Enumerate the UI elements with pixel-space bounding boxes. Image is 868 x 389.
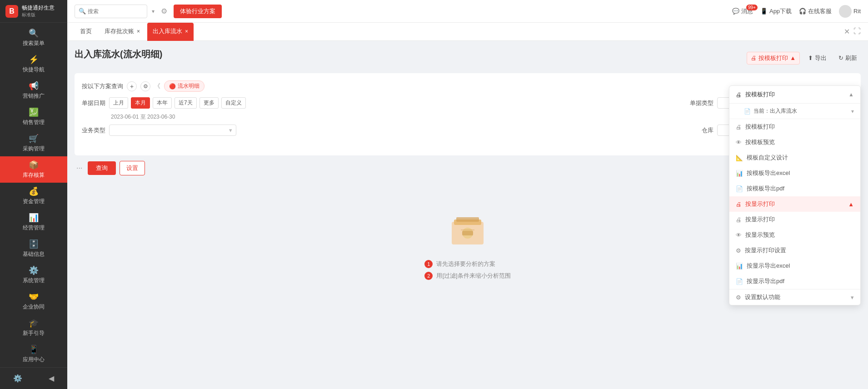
expand-tab-icon[interactable]: ⛶ (853, 27, 861, 36)
biz-type-select[interactable]: ▾ (109, 125, 236, 136)
empty-hint-2: 2 用[过滤]条件来缩小分析范围 (424, 270, 510, 282)
online-service-btn[interactable]: 🎧 在线客服 (799, 7, 832, 15)
biz-type-field: 业务类型 ▾ (82, 125, 236, 136)
sidebar-item-guide[interactable]: 🎓 新手引导 (0, 314, 67, 341)
industry-btn[interactable]: 体验行业方案 (174, 5, 222, 18)
active-filter-tag[interactable]: 🔴 流水明细 (164, 80, 205, 92)
query-btn[interactable]: 查询 (88, 161, 116, 175)
sidebar-item-appcenter[interactable]: 📱 应用中心 (0, 341, 67, 367)
dropdown-item-template-print[interactable]: 🖨 按模板打印 (729, 119, 860, 135)
page-header-right: 🖨 按模板打印 ▲ ⬆ 导出 ↻ 刷新 (747, 52, 861, 65)
settings-btn[interactable]: 设置 (120, 161, 145, 175)
display-section-left: 🖨 按显示打印 (736, 200, 775, 208)
sales-icon: 💹 (29, 107, 39, 117)
filter-collapse-icon[interactable]: 《 (154, 82, 160, 90)
footer-chevron-icon: ▾ (851, 294, 854, 301)
dropdown-section-display[interactable]: 🖨 按显示打印 ▲ (729, 196, 860, 212)
sidebar-item-purchase[interactable]: 🛒 采购管理 (0, 130, 67, 156)
dropdown-item-display-export-pdf[interactable]: 📄 按显示导出pdf (729, 274, 860, 289)
sidebar: B 畅捷通好生意 标准版 🔍 搜索菜单 ⚡ 快捷导航 📢 营销推广 💹 销售管理… (0, 0, 67, 389)
sidebar-item-basic[interactable]: 🗄️ 基础信息 (0, 235, 67, 262)
topbar-gear-icon[interactable]: ⚙ (161, 7, 167, 15)
sidebar-item-marketing[interactable]: 📢 营销推广 (0, 77, 67, 104)
refresh-btn[interactable]: ↻ 刷新 (835, 52, 861, 64)
date-btn-custom[interactable]: 自定义 (221, 97, 246, 109)
sidebar-item-shortcut[interactable]: ⚡ 快捷导航 (0, 51, 67, 77)
marketing-icon: 📢 (29, 81, 39, 91)
dropdown-item-template-custom[interactable]: 📐 模板自定义设计 (729, 150, 860, 165)
refresh-icon: ↻ (838, 55, 843, 61)
template-print-btn[interactable]: 🖨 按模板打印 ▲ (747, 52, 800, 65)
printer-icon: 🖨 (751, 55, 757, 61)
dropdown-item-template-export-excel[interactable]: 📊 按模板导出excel (729, 165, 860, 181)
home-tab-label: 首页 (80, 27, 92, 35)
tab-batch[interactable]: 库存批次账 × (99, 23, 145, 41)
close-all-tabs-icon[interactable]: ✕ (844, 27, 850, 36)
sidebar-item-search[interactable]: 🔍 搜索菜单 (0, 25, 67, 51)
dropdown-item-display-export-excel[interactable]: 📊 按显示导出excel (729, 258, 860, 274)
filter-settings-btn[interactable]: ⚙ (140, 81, 150, 91)
sidebar-item-operation[interactable]: 📊 经营管理 (0, 209, 67, 235)
topbar-search-box[interactable]: 🔍 (75, 5, 147, 18)
appcenter-icon: 📱 (29, 344, 39, 354)
shortcut-icon: ⚡ (29, 55, 39, 65)
dropdown-header-left: 🖨 按模板打印 (736, 90, 775, 99)
date-btn-this-month[interactable]: 本月 (131, 97, 150, 109)
avatar-img (839, 5, 852, 18)
dropdown-header-right: ▲ (848, 91, 854, 98)
date-btn-last-month[interactable]: 上月 (109, 97, 128, 109)
date-btn-7days[interactable]: 近7天 (175, 97, 197, 109)
date-btn-more[interactable]: 更多 (200, 97, 219, 109)
cooperation-icon: 🤝 (29, 292, 39, 302)
search-input[interactable] (88, 8, 143, 15)
dropdown-item-template-export-pdf[interactable]: 📄 按模板导出pdf (729, 181, 860, 196)
tab-home[interactable]: 首页 (75, 23, 97, 41)
svg-rect-2 (456, 217, 479, 222)
topbar-chevron-icon[interactable]: ▾ (152, 8, 155, 15)
template-excel-icon: 📊 (736, 170, 743, 177)
headset-icon: 🎧 (799, 8, 806, 15)
display-pdf-icon: 📄 (736, 278, 743, 285)
date-filter-label: 单据日期 (82, 99, 105, 107)
more-options-btn[interactable]: ··· (75, 164, 84, 172)
export-btn[interactable]: ⬆ 导出 (804, 52, 830, 64)
date-btn-this-year[interactable]: 本年 (153, 97, 172, 109)
system-icon: ⚙️ (29, 265, 39, 275)
current-sub-chevron-icon: ▾ (851, 108, 854, 115)
flow-tab-close-icon[interactable]: × (185, 28, 188, 35)
purchase-icon: 🛒 (29, 134, 39, 144)
dropdown-printer-icon: 🖨 (736, 91, 742, 98)
tab-flow[interactable]: 出入库流水 × (147, 23, 194, 41)
dropdown-footer[interactable]: ⚙ 设置默认功能 ▾ (729, 289, 860, 305)
app-download-btn[interactable]: 📱 App下载 (760, 7, 792, 15)
batch-tab-label: 库存批次账 (105, 27, 134, 35)
dropdown-item-display-preview[interactable]: 👁 按显示预览 (729, 227, 860, 243)
sidebar-item-cooperation[interactable]: 🤝 企业协同 (0, 288, 67, 314)
dropdown-current-sub[interactable]: 📄 当前：出入库流水 ▾ (729, 104, 860, 119)
dropdown-header[interactable]: 🖨 按模板打印 ▲ (729, 86, 860, 104)
sidebar-item-system[interactable]: ⚙️ 系统管理 (0, 262, 67, 288)
tabbar-actions: ✕ ⛶ (844, 27, 861, 36)
empty-illustration (445, 208, 490, 249)
sidebar-bottom: ⚙️ ◀ (0, 367, 67, 389)
filter-add-btn[interactable]: + (127, 81, 137, 91)
page-header: 出入库流水(流水明细) 🖨 按模板打印 ▲ ⬆ 导出 ↻ 刷新 (75, 48, 861, 68)
export-icon: ⬆ (808, 55, 813, 61)
settings-bottom-icon[interactable]: ⚙️ (11, 372, 24, 384)
sidebar-item-finance[interactable]: 💰 资金管理 (0, 183, 67, 209)
main-area: 🔍 ▾ ⚙ 体验行业方案 💬 消息 99+ 📱 App下载 🎧 在线客服 Rit (67, 0, 868, 389)
sidebar-item-inventory[interactable]: 📦 库存核算 (0, 156, 67, 183)
sidebar-item-sales[interactable]: 💹 销售管理 (0, 104, 67, 130)
dropdown-item-display-print[interactable]: 🖨 按显示打印 (729, 212, 860, 227)
user-avatar[interactable]: Rit (839, 5, 861, 18)
flow-tab-label: 出入库流水 (153, 27, 182, 35)
batch-tab-close-icon[interactable]: × (137, 28, 140, 35)
biz-type-label: 业务类型 (82, 126, 105, 135)
collapse-sidebar-icon[interactable]: ◀ (47, 372, 56, 384)
current-sub-icon: 📄 (744, 108, 751, 115)
dropdown-item-display-settings[interactable]: ⚙ 按显示打印设置 (729, 243, 860, 258)
message-btn[interactable]: 💬 消息 99+ (732, 7, 753, 15)
dropdown-item-template-preview[interactable]: 👁 按模板预览 (729, 135, 860, 150)
warehouse-label: 仓库 (702, 126, 713, 135)
logo-icon: B (5, 5, 18, 18)
